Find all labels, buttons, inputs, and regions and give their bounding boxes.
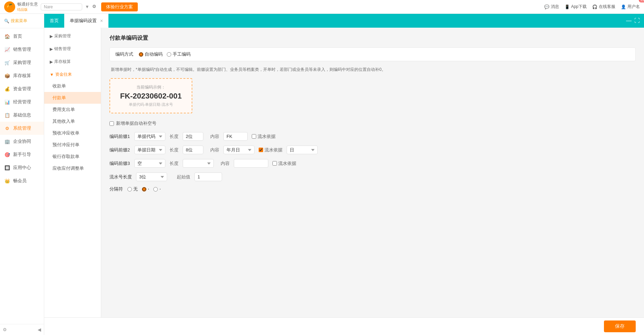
chevron-down-icon[interactable]: ▼ xyxy=(85,4,89,9)
system-icon: ⚙ xyxy=(4,125,10,131)
tab-home[interactable]: 首页 xyxy=(44,14,64,28)
flow-length-label: 流水号长度 xyxy=(109,174,132,180)
sidebar-item-basic[interactable]: 📋 基础信息 xyxy=(0,109,44,122)
sub-nav-inventory-title[interactable]: ▶ 库存核算 xyxy=(44,56,101,67)
prefix1-select[interactable]: 单据代码 xyxy=(134,132,165,141)
service-item[interactable]: 🎧 在线客服 xyxy=(592,4,615,10)
sidebar-search-area: 🔍 搜索菜单 xyxy=(0,14,44,28)
trial-btn[interactable]: 体验行业方案 xyxy=(101,2,138,11)
content1-input xyxy=(223,132,248,141)
info-text: 新增单据时，*单据编码*自动生成，不可编辑。前缀设置为部门、业务员等档案类，开单… xyxy=(109,67,636,73)
auto-fill-checkbox[interactable] xyxy=(109,121,114,126)
sidebar-collapse-icon[interactable]: ◀ xyxy=(38,327,41,332)
flow1-checkbox[interactable] xyxy=(252,134,256,139)
flow2-period-select[interactable]: 日 xyxy=(287,146,318,154)
code-preview-desc: 单据代码-单据日期-流水号 xyxy=(118,102,183,107)
home-icon: 🏠 xyxy=(4,33,10,39)
message-item[interactable]: 💬 消息 99+ xyxy=(544,4,559,10)
chevron-right-icon2: ▶ xyxy=(50,47,53,52)
search-menu-btn[interactable]: 🔍 搜索菜单 xyxy=(3,17,41,25)
sidebar-item-operations[interactable]: 📊 经营管理 xyxy=(0,95,44,109)
flow3-checkbox[interactable] xyxy=(272,161,277,166)
settings-icon[interactable]: ⚙ xyxy=(92,4,98,10)
chevron-down-icon4: ▼ xyxy=(50,72,54,77)
prefix2-select[interactable]: 单据日期 xyxy=(134,146,165,154)
content2-select[interactable]: 年月日 xyxy=(223,146,254,154)
sub-nav-payment[interactable]: 付款单 xyxy=(44,92,101,104)
sidebar-item-vip[interactable]: 👑 畅会员 xyxy=(0,174,44,187)
length1-input xyxy=(183,132,203,141)
separator-row: 分隔符 无 · · xyxy=(109,186,636,192)
tab-close-icon[interactable]: × xyxy=(100,18,103,24)
sub-nav-other-income[interactable]: 其他收入单 xyxy=(44,115,101,127)
sidebar-item-sales[interactable]: 📈 销售管理 xyxy=(0,43,44,56)
flow1-checkbox-wrap: 流水依据 xyxy=(252,133,276,140)
enterprise-icon: 🏢 xyxy=(4,138,10,145)
sub-nav-group-purchase: ▶ 采购管理 xyxy=(44,30,101,42)
form-row-flow-length: 流水号长度 3位 起始值 xyxy=(109,173,636,181)
sub-nav-expense[interactable]: 费用支出单 xyxy=(44,104,101,115)
prefix2-label: 编码前缀2 xyxy=(109,147,130,153)
finance-icon: 💰 xyxy=(4,86,10,92)
auto-fill-label[interactable]: 新增单据自动补空号 xyxy=(116,120,156,127)
breadcrumb-input[interactable] xyxy=(41,3,82,10)
content3-input[interactable] xyxy=(234,159,268,168)
sub-nav-bank-deposit[interactable]: 银行存取款单 xyxy=(44,151,101,162)
sub-layout: ▶ 采购管理 ▶ 销售管理 ▶ 库存核算 xyxy=(44,28,644,317)
user-item[interactable]: 👤 用户名 xyxy=(621,4,640,10)
flow3-label: 流水依据 xyxy=(278,160,296,167)
top-bar-right: 💬 消息 99+ 📱 App下载 🎧 在线客服 👤 用户名 xyxy=(544,4,640,10)
sub-nav-sales-title[interactable]: ▶ 销售管理 xyxy=(44,43,101,55)
tab-minimize-btn[interactable]: — xyxy=(626,18,632,24)
sidebar-settings-icon[interactable]: ⚙ xyxy=(3,327,7,332)
sub-nav-prepay-receive[interactable]: 预收冲应收单 xyxy=(44,127,101,139)
sidebar-item-guide[interactable]: 🎯 新手引导 xyxy=(0,148,44,161)
tab-maximize-btn[interactable]: ⛶ xyxy=(634,18,640,24)
form-row-prefix3: 编码前缀3 空 长度 内容 流水依据 xyxy=(109,159,636,168)
sub-nav-ap-adjust[interactable]: 应收应付调整单 xyxy=(44,162,101,174)
tab-code-setting[interactable]: 单据编码设置 × xyxy=(64,14,108,28)
top-bar-middle: ▼ ⚙ 体验行业方案 xyxy=(41,2,541,11)
sidebar-item-system[interactable]: ⚙ 系统管理 xyxy=(0,122,44,135)
auto-fill-row: 新增单据自动补空号 xyxy=(109,120,636,127)
main-layout: 🔍 搜索菜单 🏠 首页 📈 销售管理 🛒 采购管理 📦 库存核算 💰 xyxy=(0,14,644,335)
code-preview-label: 当前编码示例： xyxy=(118,84,183,90)
flow2-checkbox[interactable] xyxy=(259,148,263,152)
prefix3-select[interactable]: 空 xyxy=(134,159,165,168)
flow-length-select[interactable]: 3位 xyxy=(136,173,167,181)
purchase-icon: 🛒 xyxy=(4,59,10,66)
form-row-prefix2: 编码前缀2 单据日期 长度 内容 年月日 流水依据 日 xyxy=(109,146,636,154)
sub-nav-prepay-pay[interactable]: 预付冲应付单 xyxy=(44,139,101,151)
length3-label: 长度 xyxy=(170,160,179,167)
sub-nav-group-sales: ▶ 销售管理 xyxy=(44,43,101,55)
sidebar-item-finance[interactable]: 💰 资金管理 xyxy=(0,82,44,95)
prefix3-label: 编码前缀3 xyxy=(109,160,130,167)
logo: 🍊 畅通好生意 结品版 xyxy=(4,1,38,12)
sidebar-item-inventory[interactable]: 📦 库存核算 xyxy=(0,69,44,82)
app-download-item[interactable]: 📱 App下载 xyxy=(565,4,587,10)
sidebar-item-purchase[interactable]: 🛒 采购管理 xyxy=(0,56,44,69)
auto-code-radio[interactable]: 自动编码 xyxy=(139,51,163,57)
code-preview-box: 当前编码示例： FK-20230602-001 单据代码-单据日期-流水号 xyxy=(109,78,192,113)
encoding-method-label: 编码方式 xyxy=(115,51,133,57)
sep-none-radio[interactable]: 无 xyxy=(127,186,138,192)
length3-select[interactable] xyxy=(183,159,214,168)
sep-dot1-radio[interactable]: · xyxy=(142,186,149,192)
sidebar-item-apps[interactable]: 🔲 应用中心 xyxy=(0,161,44,174)
sep-dot2-radio[interactable]: · xyxy=(153,186,161,192)
sidebar-item-enterprise[interactable]: 🏢 企业协同 xyxy=(0,135,44,148)
sub-nav-receipt[interactable]: 收款单 xyxy=(44,80,101,92)
basic-icon: 📋 xyxy=(4,112,10,118)
sub-nav-purchase-title[interactable]: ▶ 采购管理 xyxy=(44,30,101,42)
search-icon: 🔍 xyxy=(4,19,9,24)
form-title: 付款单编码设置 xyxy=(109,35,636,42)
message-icon: 💬 xyxy=(544,4,549,9)
chevron-right-icon3: ▶ xyxy=(50,59,53,64)
sidebar-item-home[interactable]: 🏠 首页 xyxy=(0,30,44,43)
start-value-input[interactable] xyxy=(194,173,222,181)
guide-icon: 🎯 xyxy=(4,151,10,158)
sub-nav: ▶ 采购管理 ▶ 销售管理 ▶ 库存核算 xyxy=(44,28,101,317)
save-button[interactable]: 保存 xyxy=(604,320,636,332)
manual-code-radio[interactable]: 手工编码 xyxy=(167,51,191,57)
sub-nav-finance-title[interactable]: ▼ 资金往来 xyxy=(44,69,101,80)
